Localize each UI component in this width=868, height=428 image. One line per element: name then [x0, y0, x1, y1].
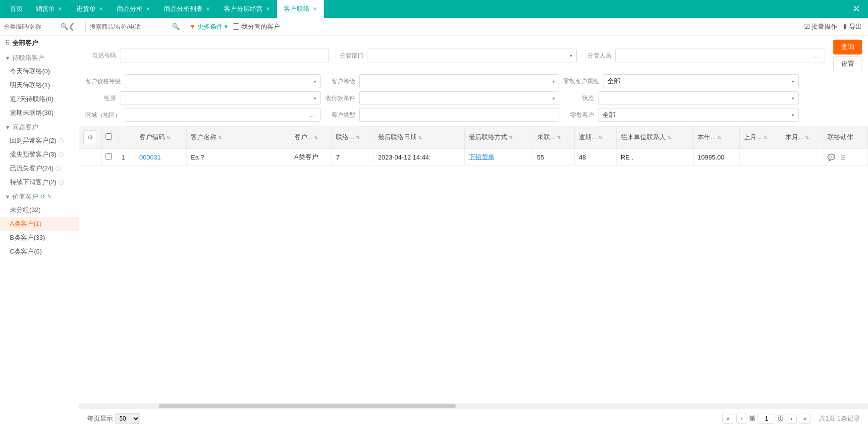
col-unit-contact-sort[interactable]: ⇅ [667, 135, 671, 140]
table-settings-btn[interactable]: ⚙ [83, 130, 97, 144]
page-number-input[interactable] [758, 414, 775, 424]
content-area: 🔍 ▼ 更多条件 ▾ 我分管的客户 ☑ 批量操作 ⬆ 导出 [79, 18, 868, 428]
sidebar-collapse-btn[interactable]: ❮ [68, 22, 75, 31]
page-first-btn[interactable]: « [722, 414, 735, 424]
row-seq: 1 [121, 154, 125, 161]
filter-search-input[interactable] [90, 23, 172, 30]
col-seq [117, 126, 135, 149]
col-last-month: 上月... ⇅ [739, 126, 781, 149]
edit-icon[interactable]: ✎ [47, 193, 52, 200]
nature-select[interactable]: ▾ [120, 91, 321, 105]
sidebar-item-tomorrow[interactable]: 明天待联络(1) [0, 78, 79, 92]
nav-sales[interactable]: 销货单 ✕ [29, 0, 69, 18]
col-this-year-sort[interactable]: ⇅ [717, 135, 721, 140]
nav-customer-contact[interactable]: 客户联络 ✕ [277, 0, 324, 18]
batch-ops-button[interactable]: ☑ 批量操作 [804, 22, 837, 31]
nav-home[interactable]: 首页 [4, 0, 29, 18]
dept-label: 分管部门 [333, 52, 368, 60]
nav-customer-segment[interactable]: 客户分层经营 ✕ [217, 0, 277, 18]
page-last-btn[interactable]: » [799, 414, 811, 424]
nav-sales-close[interactable]: ✕ [58, 6, 62, 12]
sidebar-group-problem[interactable]: ▼ 问题客户 [0, 120, 79, 134]
customer-level-label: 客户等级 [325, 77, 359, 86]
status-select[interactable]: ▾ [598, 91, 799, 105]
export-button[interactable]: ⬆ 导出 [842, 22, 862, 31]
my-customers-checkbox[interactable] [233, 23, 239, 30]
chat-action-icon[interactable]: 💬 [827, 154, 835, 161]
page-prev-btn[interactable]: ‹ [736, 414, 747, 424]
nav-product-analysis-list[interactable]: 商品分析列表 ✕ [157, 0, 217, 18]
person-dots[interactable]: ... [811, 52, 820, 59]
sidebar-all-customers[interactable]: ⠿ 全部客户 [0, 36, 79, 51]
declining-label: 持续下滑客户(2) [10, 178, 56, 187]
region-input[interactable]: ... [125, 108, 321, 122]
region-dots[interactable]: ... [307, 111, 316, 118]
customer-level-select[interactable]: ▾ [359, 74, 560, 88]
col-overdue-sort[interactable]: ⇅ [598, 135, 602, 140]
col-name-sort[interactable]: ⇅ [218, 135, 222, 140]
sidebar-search-icon[interactable]: 🔍 [60, 23, 68, 30]
sidebar-item-churned[interactable]: 已流失客户(24) ⓘ [0, 161, 79, 175]
phone-input[interactable] [120, 49, 329, 62]
nav-product-analysis[interactable]: 商品分析 ✕ [110, 0, 157, 18]
sidebar-item-class-b[interactable]: B类客户(33) [0, 231, 79, 245]
sidebar-item-class-c[interactable]: C类客户(6) [0, 245, 79, 259]
window-close-icon[interactable]: ✕ [849, 3, 864, 14]
nav-customer-contact-close[interactable]: ✕ [313, 6, 317, 12]
sidebar-item-7days[interactable]: 近7天待联络(0) [0, 92, 79, 106]
col-no-contact-sort[interactable]: ⇅ [557, 135, 561, 140]
nav-product-analysis-close[interactable]: ✕ [146, 6, 150, 12]
col-last-method-sort[interactable]: ⇅ [509, 135, 513, 140]
row-checkbox[interactable] [106, 153, 112, 160]
settings-button[interactable]: 设置 [833, 56, 862, 71]
sidebar-group-pending[interactable]: ▼ 待联络客户 [0, 51, 79, 64]
page-next-btn[interactable]: › [786, 414, 797, 424]
col-code-sort[interactable]: ⇅ [166, 135, 170, 140]
payment-label: 收付款条件 [325, 94, 359, 103]
query-button[interactable]: 查询 [833, 40, 862, 54]
page-size-select[interactable]: 20 50 100 [115, 413, 140, 424]
refresh-icon[interactable]: ↺ [40, 193, 45, 200]
nav-product-analysis-list-close[interactable]: ✕ [206, 6, 210, 12]
retail-customer-select[interactable]: 全部 ▾ [598, 108, 799, 122]
row-contact-cell: 7 [332, 149, 374, 166]
retail-attr-select[interactable]: 全部 ▾ [603, 74, 799, 88]
sidebar-item-class-a[interactable]: A类客户(1) [0, 217, 79, 231]
col-no-contact-label: 未联... [537, 133, 555, 142]
field-customer-level: 客户等级 ▾ [325, 74, 560, 88]
sidebar-group-value[interactable]: ▼ 价值客户 ↺ ✎ [0, 189, 79, 203]
batch-ops-icon: ☑ [804, 23, 810, 30]
nav-purchase[interactable]: 进货单 ✕ [69, 0, 110, 18]
customer-type-input[interactable] [359, 108, 560, 122]
price-level-select[interactable]: ▾ [125, 74, 321, 88]
row-last-method[interactable]: 下销货单 [469, 153, 494, 160]
nature-arrow: ▾ [314, 96, 316, 101]
nav-customer-contact-label: 客户联络 [284, 4, 310, 13]
row-no-contact: 55 [537, 154, 544, 161]
col-category-sort[interactable]: ⇅ [314, 135, 318, 140]
batch-ops-label: 批量操作 [812, 22, 837, 31]
col-this-month-sort[interactable]: ⇅ [805, 135, 809, 140]
person-input[interactable]: ... [615, 49, 824, 62]
dept-select[interactable]: ▾ [368, 49, 577, 62]
payment-select[interactable]: ▾ [359, 91, 560, 105]
sidebar-item-repurchase-abnormal[interactable]: 回购异常客户(2) ⓘ [0, 134, 79, 148]
select-all-checkbox[interactable] [106, 133, 112, 140]
sidebar-search-input[interactable] [4, 23, 60, 30]
sidebar-item-churn-warning[interactable]: 流失预警客户(3) ⓘ [0, 148, 79, 161]
scroll-thumb[interactable] [159, 404, 456, 408]
sidebar-item-declining[interactable]: 持续下滑客户(2) ⓘ [0, 175, 79, 189]
horizontal-scrollbar[interactable] [79, 403, 868, 409]
sidebar-item-overdue[interactable]: 逾期未联络(30) [0, 106, 79, 120]
filter-more-conditions[interactable]: ▼ 更多条件 ▾ [189, 22, 228, 31]
nav-customer-segment-close[interactable]: ✕ [266, 6, 270, 12]
filter-search-icon[interactable]: 🔍 [172, 23, 180, 30]
col-last-month-sort[interactable]: ⇅ [763, 135, 767, 140]
field-person: 分管人员 ... [581, 49, 824, 62]
sidebar-item-unclassified[interactable]: 未分组(32) [0, 203, 79, 217]
col-contact-sort[interactable]: ⇅ [356, 135, 360, 140]
nav-purchase-close[interactable]: ✕ [99, 6, 103, 12]
grid-action-icon[interactable]: ⊞ [840, 154, 846, 161]
sidebar-item-today[interactable]: 今天待联络(0) [0, 64, 79, 78]
col-last-date-sort[interactable]: ⇅ [418, 135, 422, 140]
